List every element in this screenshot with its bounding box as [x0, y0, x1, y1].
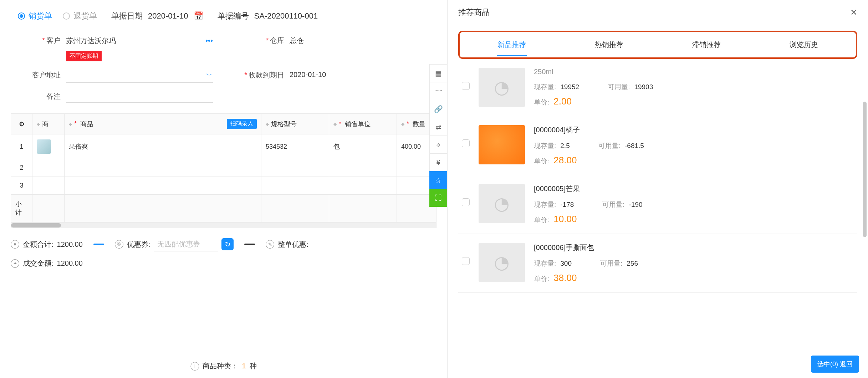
warehouse-label: 仓库	[270, 36, 284, 44]
deal-value: 1200.00	[57, 259, 83, 267]
remark-label: 备注	[46, 92, 61, 100]
gear-header[interactable]: ⚙	[11, 114, 32, 134]
row-unit[interactable]	[329, 177, 397, 194]
col-spec[interactable]: ◆规格型号	[261, 114, 329, 134]
stock-value: 2.5	[560, 142, 570, 149]
product-name: [0000004]橘子	[534, 125, 854, 135]
star-icon[interactable]: ☆	[429, 171, 447, 189]
link-icon[interactable]: 🔗	[429, 100, 447, 118]
row-unit[interactable]: 包	[329, 134, 397, 159]
stock-value: 19952	[560, 83, 579, 91]
discount-icon: ✎	[266, 240, 274, 249]
price-label: 单价:	[534, 157, 549, 165]
price-label: 单价:	[534, 216, 549, 224]
price-value: 38.00	[553, 272, 577, 283]
product-image: ◔	[479, 184, 525, 223]
recommend-tab-3[interactable]: 浏览历史	[779, 35, 829, 55]
doc-no-value: SA-20200110-001	[254, 11, 318, 21]
dash-icon	[93, 244, 104, 245]
due-value: 2020-01-10	[290, 71, 326, 79]
coupon-input[interactable]: 无匹配优惠券	[154, 237, 218, 251]
horizontal-scrollbar[interactable]	[11, 222, 436, 228]
vertical-scrollbar[interactable]	[863, 102, 867, 237]
stock-label: 现存量:	[534, 83, 556, 91]
product-checkbox[interactable]	[462, 82, 470, 90]
customer-badge: 不固定账期	[66, 51, 102, 61]
product-list[interactable]: ◔250ml现存量:19952可用量:19903单价:2.00[0000004]…	[448, 59, 868, 350]
bookmark-icon[interactable]: ⟐	[429, 136, 447, 153]
product-checkbox[interactable]	[462, 257, 470, 265]
row-name[interactable]: 果倍爽	[65, 134, 261, 159]
table-row[interactable]: 2	[11, 159, 436, 177]
avail-label: 可用量:	[598, 142, 621, 149]
col-unit[interactable]: ◆*销售单位	[329, 114, 397, 134]
address-label: 客户地址	[32, 71, 61, 79]
row-spec[interactable]: 534532	[261, 134, 329, 159]
recommend-tab-0[interactable]: 新品推荐	[487, 35, 537, 55]
table-row[interactable]: 1果倍爽534532包400.00	[11, 134, 436, 159]
row-thumb	[32, 159, 65, 177]
avail-value: -681.5	[625, 142, 644, 149]
close-icon[interactable]: ✕	[850, 7, 857, 17]
expand-icon[interactable]: ⛶	[429, 189, 447, 207]
doc-date-label: 单据日期	[111, 11, 143, 21]
more-icon[interactable]: •••	[205, 37, 213, 45]
chevron-down-icon[interactable]: ﹀	[206, 71, 213, 80]
list-icon[interactable]: ▤	[429, 64, 447, 82]
row-name[interactable]	[65, 177, 261, 194]
scan-input-badge[interactable]: 扫码录入	[227, 119, 257, 129]
price-label: 单价:	[534, 98, 549, 106]
recommend-tab-1[interactable]: 热销推荐	[584, 35, 634, 55]
recommend-title: 推荐商品	[458, 7, 490, 18]
customer-input[interactable]: 苏州万达沃尔玛 •••	[66, 34, 213, 48]
product-card: [0000004]橘子现存量:2.5可用量:-681.5单价:28.00	[458, 116, 857, 175]
price-label: 单价:	[534, 275, 549, 282]
col-product[interactable]: ◆*商品扫码录入	[65, 114, 261, 134]
row-num: 3	[11, 177, 32, 194]
tab-sales-order[interactable]: 销货单	[18, 11, 52, 21]
dash-icon	[244, 244, 255, 245]
select-return-button[interactable]: 选中(0) 返回	[811, 356, 859, 373]
row-num: 2	[11, 159, 32, 177]
row-name[interactable]	[65, 159, 261, 177]
stock-label: 现存量:	[534, 142, 556, 149]
refresh-icon[interactable]: ↻	[221, 238, 234, 250]
table-row[interactable]: 3	[11, 177, 436, 195]
currency-icon[interactable]: ¥	[429, 153, 447, 171]
due-input[interactable]: 2020-01-10	[290, 68, 436, 81]
product-card: ◔[0000006]手撕面包现存量:300可用量:256单价:38.00	[458, 234, 857, 293]
warehouse-input[interactable]: 总仓	[290, 34, 436, 48]
subtotal-label: 小计	[11, 195, 32, 222]
product-card: ◔250ml现存量:19952可用量:19903单价:2.00	[458, 59, 857, 116]
avail-value: 256	[627, 260, 638, 267]
row-spec[interactable]	[261, 177, 329, 194]
warehouse-value: 总仓	[290, 36, 304, 46]
swap-icon[interactable]: ⇄	[429, 118, 447, 136]
price-value: 10.00	[553, 214, 577, 224]
product-checkbox[interactable]	[462, 198, 470, 206]
price-value: 2.00	[553, 96, 572, 107]
side-toolbar: ▤ 〰 🔗 ⇄ ⟐ ¥ ☆ ⛶	[429, 64, 447, 207]
info-icon: i	[190, 362, 199, 371]
discount-label: 整单优惠:	[278, 240, 308, 249]
address-input[interactable]: ﹀	[66, 68, 213, 83]
recommend-tab-2[interactable]: 滞销推荐	[681, 35, 731, 55]
tab-return-order[interactable]: 退货单	[63, 11, 97, 21]
customer-label: 客户	[46, 36, 61, 44]
doc-date-value[interactable]: 2020-01-10	[148, 11, 188, 21]
amount-value: 1200.00	[57, 240, 83, 249]
chart-icon[interactable]: 〰	[429, 82, 447, 100]
calendar-icon[interactable]: 📅	[194, 11, 203, 21]
stock-value: -178	[560, 201, 574, 208]
product-image	[479, 125, 525, 164]
order-type-tabs: 销货单 退货单	[11, 7, 104, 25]
items-table: ⚙ ◆商 ◆*商品扫码录入 ◆规格型号 ◆*销售单位 ◆*数量 1果倍爽5345…	[11, 113, 436, 228]
stock-label: 现存量:	[534, 201, 556, 208]
product-image: ◔	[479, 68, 525, 107]
row-unit[interactable]	[329, 159, 397, 177]
remark-input[interactable]	[66, 90, 213, 103]
customer-value: 苏州万达沃尔玛	[66, 36, 116, 46]
row-spec[interactable]	[261, 159, 329, 177]
col-prod-thumb[interactable]: ◆商	[32, 114, 65, 134]
product-checkbox[interactable]	[462, 139, 470, 147]
